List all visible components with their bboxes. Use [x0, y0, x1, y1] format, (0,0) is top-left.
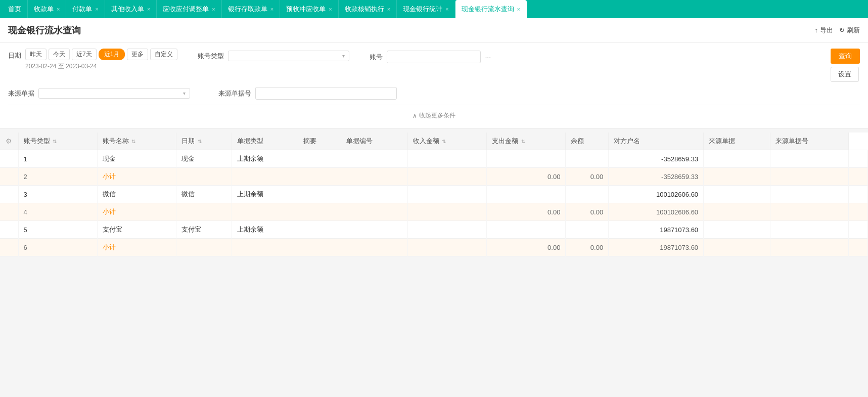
date-more-btn[interactable]: 更多	[127, 49, 148, 60]
cell-account-type: 支付宝	[97, 221, 176, 239]
col-source-doc-no[interactable]: 来源单据号	[770, 133, 848, 150]
cell-source-doc	[770, 203, 848, 221]
data-table: ⚙ 账号类型 ⇅ 账号名称 ⇅ 日期 ⇅ 单据类型 摘要	[0, 133, 868, 256]
nav-bank-deposit[interactable]: 银行存取款单 ×	[222, 0, 280, 18]
col-account-name[interactable]: 账号名称 ⇅	[97, 133, 176, 150]
page-header: 现金银行流水查询 ↑ 导出 ↻ 刷新	[0, 18, 868, 42]
account-input[interactable]	[387, 51, 481, 63]
col-expense[interactable]: 支出金额 ⇅	[487, 133, 566, 150]
date-1month-btn[interactable]: 近1月	[99, 49, 125, 60]
cell-date	[232, 203, 298, 221]
cell-income	[487, 150, 566, 168]
row-index: 1	[18, 150, 97, 168]
table-row[interactable]: 5支付宝支付宝上期余额19871073.60	[0, 221, 868, 239]
source-doc-select[interactable]: ▾	[38, 88, 190, 99]
source-doc-no-input[interactable]	[255, 87, 397, 100]
close-icon[interactable]: ×	[95, 6, 98, 12]
account-type-select[interactable]: ▾	[228, 51, 349, 61]
nav-cash-stat[interactable]: 现金银行统计 ×	[397, 0, 455, 18]
collapse-more-btn[interactable]: ∧ 收起更多条件	[8, 109, 860, 122]
cell-date: 上期余额	[232, 150, 298, 168]
row-index: 5	[18, 221, 97, 239]
col-date[interactable]: 日期 ⇅	[176, 133, 232, 150]
col-summary[interactable]: 摘要	[298, 133, 341, 150]
col-counterparty[interactable]: 对方户名	[609, 133, 704, 150]
collapse-icon: ∧	[413, 112, 417, 119]
nav-collection-exec[interactable]: 收款核销执行 ×	[339, 0, 397, 18]
nav-prepayment[interactable]: 预收冲应收单 ×	[280, 0, 338, 18]
table-body: 1现金现金上期余额-3528659.332小计0.000.00-3528659.…	[0, 150, 868, 256]
close-icon[interactable]: ×	[517, 6, 520, 12]
close-icon[interactable]: ×	[270, 6, 273, 12]
col-doc-type[interactable]: 单据类型	[232, 133, 298, 150]
date-today-btn[interactable]: 今天	[49, 49, 70, 60]
col-income[interactable]: 收入金额 ⇅	[407, 133, 486, 150]
nav-payment[interactable]: 付款单 ×	[66, 0, 105, 18]
nav-cash-flow[interactable]: 现金银行流水查询 ×	[455, 0, 527, 18]
cell-source-doc-no	[849, 186, 868, 203]
close-icon[interactable]: ×	[329, 6, 332, 12]
chevron-down-icon: ▾	[183, 91, 186, 96]
sort-icon: ⇅	[442, 139, 446, 144]
settings-button[interactable]: 设置	[831, 67, 859, 82]
close-icon[interactable]: ×	[387, 6, 390, 12]
date-yesterday-btn[interactable]: 昨天	[25, 49, 47, 60]
row-settings	[0, 186, 18, 203]
source-doc-group: 来源单据 ▾	[8, 88, 190, 99]
dots-icon[interactable]: ···	[485, 53, 491, 61]
filter-row-2: 来源单据 ▾ 来源单据号	[8, 87, 860, 100]
cell-expense	[566, 186, 609, 203]
close-icon[interactable]: ×	[147, 6, 150, 12]
cell-doc-no	[407, 221, 486, 239]
table-row[interactable]: 3微信微信上期余额100102606.60	[0, 186, 868, 203]
account-type-label: 账号类型	[198, 52, 224, 61]
date-custom-btn[interactable]: 自定义	[150, 49, 177, 60]
settings-icon[interactable]: ⚙	[6, 137, 12, 145]
header-actions: ↑ 导出 ↻ 刷新	[815, 26, 860, 35]
chevron-down-icon: ▾	[342, 53, 345, 59]
source-doc-no-label: 来源单据号	[218, 89, 251, 98]
export-icon: ↑	[815, 26, 818, 34]
cell-balance: -3528659.33	[609, 150, 704, 168]
row-settings	[0, 203, 18, 221]
table-row[interactable]: 1现金现金上期余额-3528659.33	[0, 150, 868, 168]
col-doc-no[interactable]: 单据编号	[341, 133, 408, 150]
table-row[interactable]: 4小计0.000.00100102606.60	[0, 203, 868, 221]
top-nav: 首页 收款单 × 付款单 × 其他收入单 × 应收应付调整单 × 银行存取款单 …	[0, 0, 868, 18]
cell-counterparty	[704, 221, 770, 239]
sort-icon: ⇅	[53, 139, 57, 144]
refresh-button[interactable]: ↻ 刷新	[839, 26, 860, 35]
cell-account-name	[176, 239, 232, 256]
export-button[interactable]: ↑ 导出	[815, 26, 834, 35]
table-row[interactable]: 2小计0.000.00-3528659.33	[0, 168, 868, 186]
cell-account-type: 微信	[97, 186, 176, 203]
cell-summary	[341, 239, 408, 256]
close-icon[interactable]: ×	[212, 6, 215, 12]
close-icon[interactable]: ×	[445, 6, 448, 12]
cell-income: 0.00	[487, 203, 566, 221]
cell-account-type: 小计	[97, 168, 176, 186]
col-account-type[interactable]: 账号类型 ⇅	[18, 133, 97, 150]
cell-expense	[566, 221, 609, 239]
close-icon[interactable]: ×	[57, 6, 60, 12]
col-settings[interactable]: ⚙	[0, 133, 18, 150]
cell-source-doc	[770, 150, 848, 168]
nav-other-income[interactable]: 其他收入单 ×	[105, 0, 157, 18]
nav-home[interactable]: 首页	[2, 0, 28, 18]
cell-source-doc-no	[849, 203, 868, 221]
cell-balance: 100102606.60	[609, 186, 704, 203]
row-settings	[0, 168, 18, 186]
date-7days-btn[interactable]: 近7天	[72, 49, 97, 60]
col-source-doc[interactable]: 来源单据	[704, 133, 770, 150]
sort-icon: ⇅	[131, 139, 135, 144]
cell-counterparty	[704, 239, 770, 256]
nav-adjustment[interactable]: 应收应付调整单 ×	[157, 0, 221, 18]
table-row[interactable]: 6小计0.000.0019871073.60	[0, 239, 868, 256]
col-balance[interactable]: 余额	[566, 133, 609, 150]
query-button[interactable]: 查询	[831, 49, 860, 64]
cell-account-name	[176, 203, 232, 221]
sort-icon: ⇅	[521, 139, 525, 144]
cell-income: 0.00	[487, 239, 566, 256]
cell-account-type: 小计	[97, 239, 176, 256]
nav-receipt[interactable]: 收款单 ×	[28, 0, 66, 18]
